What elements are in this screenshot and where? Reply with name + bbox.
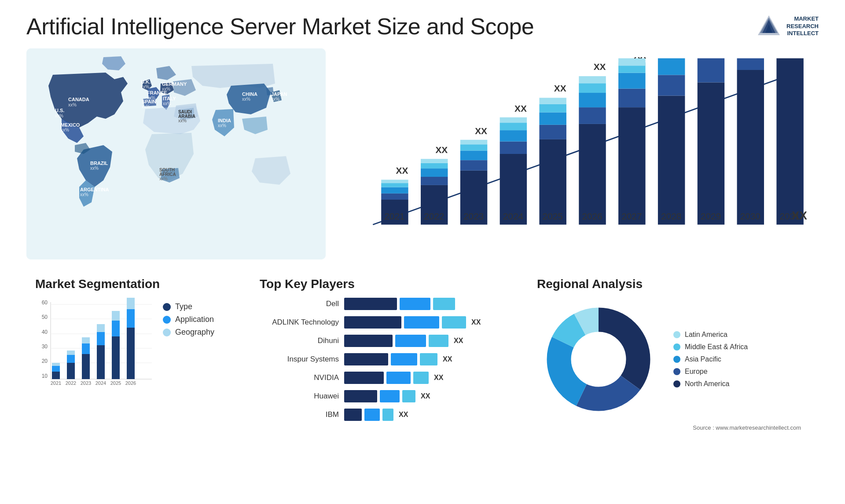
year-2021: 2021: [384, 211, 404, 221]
svg-rect-14: [421, 168, 448, 177]
svg-rect-44: [658, 75, 685, 95]
nvidia-bar2: [386, 372, 411, 384]
player-bar-dihuni: XX: [344, 335, 515, 347]
player-row-inspur: Inspur Systems XX: [260, 353, 515, 365]
brazil-label: BRAZIL: [90, 161, 108, 166]
inspur-bar3: [420, 353, 437, 365]
year-2022: 2022: [424, 211, 444, 221]
na-label: North America: [685, 380, 729, 388]
svg-rect-37: [618, 107, 645, 225]
svg-rect-74: [97, 345, 105, 379]
year-2028: 2028: [661, 211, 681, 221]
inspur-val: XX: [443, 355, 452, 363]
donut-container: Latin America Middle East & Africa Asia …: [537, 298, 810, 421]
svg-text:2026: 2026: [125, 380, 136, 386]
svg-rect-15: [421, 163, 448, 168]
svg-rect-39: [618, 73, 645, 89]
svg-rect-24: [500, 130, 527, 142]
page-title: Artificial Intelligence Server Market Si…: [26, 13, 534, 40]
svg-rect-43: [658, 96, 685, 225]
val-2021: XX: [396, 165, 408, 175]
reg-na: North America: [673, 380, 748, 388]
spain-label: SPAIN: [142, 99, 156, 104]
svg-rect-50: [776, 58, 803, 225]
uk-val: xx%: [141, 84, 149, 89]
india-label: INDIA: [218, 118, 231, 123]
svg-rect-75: [97, 332, 105, 345]
svg-rect-73: [82, 337, 90, 343]
svg-rect-67: [52, 363, 60, 366]
svg-rect-30: [539, 104, 566, 113]
dell-bar2: [400, 298, 430, 310]
application-label: Application: [175, 315, 214, 324]
ibm-bar2: [364, 409, 380, 421]
ibm-bar1: [344, 409, 362, 421]
svg-rect-69: [67, 355, 75, 363]
adlink-val: XX: [471, 318, 481, 326]
svg-text:50: 50: [42, 314, 48, 320]
page: Artificial Intelligence Server Market Si…: [0, 0, 845, 504]
svg-rect-76: [97, 324, 105, 332]
svg-text:10: 10: [42, 373, 48, 379]
dihuni-bar3: [429, 335, 448, 347]
svg-rect-65: [52, 372, 60, 379]
year-2029: 2029: [701, 211, 721, 221]
dihuni-bar1: [344, 335, 393, 347]
reg-europe: Europe: [673, 368, 748, 376]
svg-rect-66: [52, 366, 60, 372]
player-bar-ibm: XX: [344, 409, 515, 421]
world-map-svg: CANADA xx% U.S. xx% MEXICO xx% BRAZIL xx…: [26, 48, 326, 259]
bottom-section: Market Segmentation 60 50 40 30 20 10: [26, 273, 819, 435]
nvidia-bar3: [413, 372, 429, 384]
svg-rect-28: [539, 125, 566, 139]
germany-val: xx%: [162, 87, 170, 91]
player-name-huawei: Huawei: [260, 392, 339, 401]
player-bar-adlink: XX: [344, 316, 515, 329]
player-name-dihuni: Dihuni: [260, 336, 339, 345]
svg-rect-78: [112, 321, 120, 336]
svg-text:40: 40: [42, 329, 48, 335]
svg-rect-34: [579, 93, 606, 107]
svg-rect-70: [67, 351, 75, 355]
ibm-bar3: [382, 409, 393, 421]
svg-rect-68: [67, 363, 75, 379]
inspur-bar2: [391, 353, 417, 365]
regional-title: Regional Analysis: [537, 277, 810, 291]
svg-rect-49: [737, 58, 764, 70]
nvidia-bar1: [344, 372, 384, 384]
map-area: CANADA xx% U.S. xx% MEXICO xx% BRAZIL xx…: [26, 48, 326, 259]
italy-val: xx%: [163, 101, 171, 106]
players-chart: Dell ADLINK Technology XX: [260, 298, 515, 421]
mexico-val: xx%: [61, 128, 69, 132]
year-2026: 2026: [582, 211, 602, 221]
mea-dot: [673, 343, 680, 351]
adlink-bar3: [442, 316, 466, 329]
germany-label: GERMANY: [162, 81, 187, 87]
na-dot: [673, 380, 680, 387]
reg-latin: Latin America: [673, 331, 748, 339]
svg-rect-13: [421, 177, 448, 185]
svg-rect-81: [127, 309, 135, 328]
china-val: xx%: [242, 97, 250, 102]
type-label: Type: [175, 302, 192, 311]
player-row-dihuni: Dihuni XX: [260, 335, 515, 347]
player-row-nvidia: NVIDIA XX: [260, 372, 515, 384]
svg-rect-79: [112, 311, 120, 321]
svg-rect-35: [579, 83, 606, 93]
val-2023: XX: [475, 126, 487, 136]
japan-label: JAPAN: [271, 91, 287, 97]
player-bar-huawei: XX: [344, 390, 515, 402]
nvidia-val: XX: [434, 374, 443, 382]
canada-val: xx%: [68, 102, 77, 107]
legend-geography: Geography: [163, 328, 214, 337]
huawei-bar1: [344, 390, 377, 402]
svg-rect-46: [698, 82, 724, 224]
svg-rect-29: [539, 112, 566, 124]
svg-rect-38: [618, 89, 645, 108]
svg-rect-71: [82, 354, 90, 379]
argentina-val: xx%: [80, 192, 88, 197]
inspur-bar1: [344, 353, 388, 365]
mea-label: Middle East & Africa: [685, 343, 748, 351]
svg-rect-80: [127, 328, 135, 379]
svg-text:2023: 2023: [81, 380, 91, 386]
